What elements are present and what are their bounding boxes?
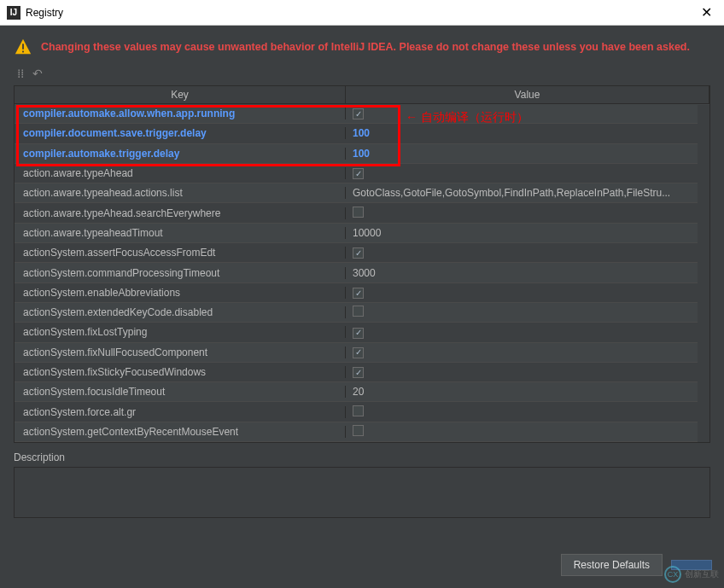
table-row[interactable]: actionSystem.getContextByRecentMouseEven… xyxy=(15,422,709,442)
checkbox[interactable] xyxy=(353,367,364,378)
description-box xyxy=(14,467,710,518)
registry-value[interactable]: 20 xyxy=(346,386,709,398)
registry-key: compiler.automake.trigger.delay xyxy=(15,148,346,160)
annotation-arrow: ← 自动编译（运行时） xyxy=(406,110,528,125)
checkbox[interactable] xyxy=(353,306,364,317)
registry-key: action.aware.typeaheadTimout xyxy=(15,227,346,239)
warning-text: Changing these values may cause unwanted… xyxy=(41,41,690,53)
restore-defaults-button[interactable]: Restore Defaults xyxy=(561,554,663,576)
registry-key: action.aware.typeAhead xyxy=(15,167,346,179)
registry-value[interactable] xyxy=(346,326,709,339)
checkbox[interactable] xyxy=(353,207,364,218)
column-header-value[interactable]: Value xyxy=(346,86,709,103)
arrow-icon: ← xyxy=(406,110,417,124)
close-button[interactable] xyxy=(671,560,712,570)
table-header: Key Value xyxy=(15,86,709,104)
registry-key: actionSystem.fixLostTyping xyxy=(15,326,346,338)
registry-key: action.aware.typeahead.actions.list xyxy=(15,187,346,199)
table-row[interactable]: action.aware.typeahead.actions.listGotoC… xyxy=(15,183,709,203)
registry-value[interactable] xyxy=(346,167,709,180)
registry-key: actionSystem.getContextByRecentMouseEven… xyxy=(15,426,346,438)
vertical-scrollbar[interactable] xyxy=(698,105,709,442)
registry-value[interactable]: 3000 xyxy=(346,267,709,279)
registry-value[interactable] xyxy=(346,207,709,220)
table-row[interactable]: actionSystem.fixLostTyping xyxy=(15,323,709,342)
registry-key: actionSystem.commandProcessingTimeout xyxy=(15,267,346,279)
registry-value[interactable] xyxy=(346,287,709,300)
registry-key: action.aware.typeAhead.searchEverywhere xyxy=(15,207,346,219)
registry-key: compiler.automake.allow.when.app.running xyxy=(15,108,346,119)
close-icon[interactable]: ✕ xyxy=(696,3,717,22)
registry-table: Key Value compiler.automake.allow.when.a… xyxy=(14,85,710,443)
registry-value[interactable]: 10000 xyxy=(346,227,709,239)
table-row[interactable]: actionSystem.focusIdleTimeout20 xyxy=(15,382,709,402)
registry-key: actionSystem.fixStickyFocusedWindows xyxy=(15,366,346,378)
registry-key: actionSystem.focusIdleTimeout xyxy=(15,386,346,398)
registry-value[interactable] xyxy=(346,425,709,439)
table-row[interactable]: action.aware.typeAhead xyxy=(15,164,709,183)
registry-value[interactable] xyxy=(346,366,709,379)
registry-key: actionSystem.fixNullFocusedComponent xyxy=(15,346,346,358)
registry-key: actionSystem.assertFocusAccessFromEdt xyxy=(15,247,346,259)
table-row[interactable]: actionSystem.fixStickyFocusedWindows xyxy=(15,363,709,382)
svg-rect-0 xyxy=(22,44,24,49)
checkbox[interactable] xyxy=(353,247,364,259)
checkbox[interactable] xyxy=(353,405,364,416)
table-row[interactable]: action.aware.typeaheadTimout10000 xyxy=(15,224,709,243)
registry-key: actionSystem.enableAbbreviations xyxy=(15,287,346,299)
checkbox[interactable] xyxy=(353,425,364,436)
table-row[interactable]: actionSystem.fixNullFocusedComponent xyxy=(15,343,709,363)
registry-key: actionSystem.extendedKeyCode.disabled xyxy=(15,306,346,318)
checkbox[interactable] xyxy=(353,328,364,339)
registry-key: compiler.document.save.trigger.delay xyxy=(15,127,346,139)
annotation-text: 自动编译（运行时） xyxy=(421,110,528,124)
window-title: Registry xyxy=(26,7,696,19)
checkbox[interactable] xyxy=(353,108,364,119)
registry-value[interactable] xyxy=(346,306,709,319)
table-row[interactable]: actionSystem.extendedKeyCode.disabled xyxy=(15,303,709,323)
checkbox[interactable] xyxy=(353,168,364,179)
dialog-buttons: Restore Defaults xyxy=(561,554,712,576)
checkbox[interactable] xyxy=(353,347,364,358)
window-titlebar: IJ Registry ✕ xyxy=(0,0,724,26)
toolbar: ⁞⁞ ↶ xyxy=(14,65,710,84)
table-row[interactable]: actionSystem.assertFocusAccessFromEdt xyxy=(15,243,709,263)
registry-value[interactable] xyxy=(346,346,709,358)
column-header-key[interactable]: Key xyxy=(15,86,346,103)
dialog-body: Changing these values may cause unwanted… xyxy=(0,26,724,527)
table-row[interactable]: actionSystem.commandProcessingTimeout300… xyxy=(15,263,709,282)
registry-value[interactable]: GotoClass,GotoFile,GotoSymbol,FindInPath… xyxy=(346,187,709,199)
registry-value[interactable]: 100 xyxy=(346,127,709,139)
table-row[interactable]: actionSystem.force.alt.gr xyxy=(15,402,709,422)
warning-banner: Changing these values may cause unwanted… xyxy=(14,38,710,56)
description-label: Description xyxy=(14,451,710,463)
registry-value[interactable] xyxy=(346,405,709,419)
registry-key: actionSystem.force.alt.gr xyxy=(15,406,346,418)
checkbox[interactable] xyxy=(353,288,364,299)
table-row[interactable]: actionSystem.enableAbbreviations xyxy=(15,283,709,303)
table-row[interactable]: compiler.document.save.trigger.delay100 xyxy=(15,124,709,143)
table-row[interactable]: compiler.automake.allow.when.app.running xyxy=(15,104,709,124)
warning-icon xyxy=(14,38,32,56)
grip-icon[interactable]: ⁞⁞ xyxy=(17,67,24,80)
table-body: compiler.automake.allow.when.app.running… xyxy=(15,104,709,442)
table-row[interactable]: compiler.automake.trigger.delay100 xyxy=(15,144,709,164)
registry-value[interactable]: 100 xyxy=(346,148,709,160)
registry-value[interactable] xyxy=(346,247,709,259)
undo-icon[interactable]: ↶ xyxy=(32,67,43,80)
table-row[interactable]: action.aware.typeAhead.searchEverywhere xyxy=(15,203,709,223)
svg-rect-1 xyxy=(22,51,24,53)
app-icon: IJ xyxy=(7,6,20,20)
